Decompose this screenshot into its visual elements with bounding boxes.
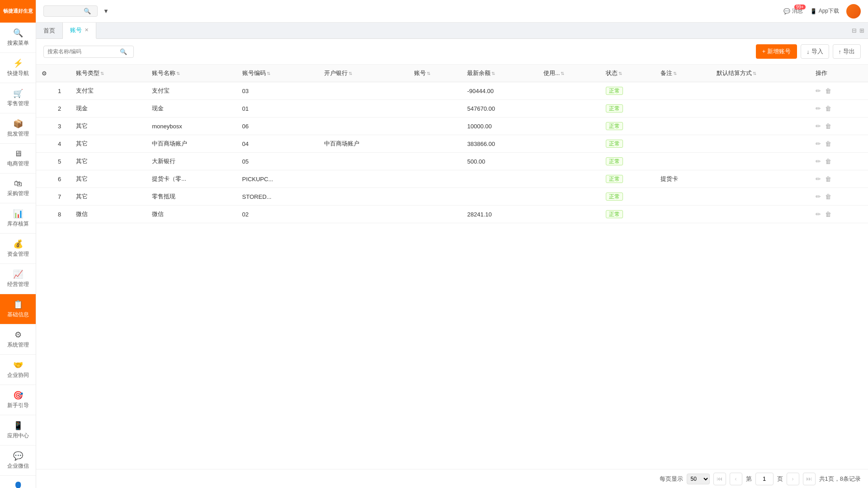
row-action: ✏ 🗑: [810, 206, 868, 223]
delete-button[interactable]: 🗑: [825, 158, 831, 165]
status-badge: 正常: [606, 122, 623, 130]
user-avatar[interactable]: [846, 4, 861, 19]
row-action: ✏ 🗑: [810, 117, 868, 135]
system-icon: ⚙: [14, 330, 22, 340]
sidebar-item-app-center[interactable]: 📱 应用中心: [0, 415, 36, 446]
last-page-button[interactable]: ⏭: [803, 473, 816, 485]
edit-button[interactable]: ✏: [816, 87, 821, 94]
delete-button[interactable]: 🗑: [825, 175, 831, 183]
per-page-label: 每页显示: [660, 475, 683, 483]
content-toolbar: 🔍 + 新增账号 ↓ 导入 ↑ 导出: [36, 39, 868, 65]
tab-minimize-icon[interactable]: ⊟: [852, 27, 857, 34]
import-button[interactable]: ↓ 导入: [801, 44, 829, 59]
edit-button[interactable]: ✏: [816, 193, 821, 200]
sidebar-item-operations[interactable]: 📈 经营管理: [0, 264, 36, 294]
col-type[interactable]: 账号类型⇅: [71, 65, 146, 82]
next-page-button[interactable]: ›: [787, 473, 799, 485]
sidebar-item-label: 企业微信: [7, 462, 29, 470]
edit-button[interactable]: ✏: [816, 211, 821, 218]
prev-page-button[interactable]: ‹: [730, 473, 742, 485]
edit-button[interactable]: ✏: [816, 105, 821, 112]
settings-icon[interactable]: ⚙: [42, 70, 47, 77]
row-settings: [36, 117, 52, 135]
delete-button[interactable]: 🗑: [825, 140, 831, 147]
col-name[interactable]: 账号名称⇅: [146, 65, 236, 82]
first-page-button[interactable]: ⏮: [713, 473, 726, 485]
row-status: 正常: [600, 82, 655, 100]
tab-accounts[interactable]: 账号 ✕: [63, 23, 96, 39]
tab-home[interactable]: 首页: [36, 23, 63, 39]
sidebar-item-label: 应用中心: [7, 432, 29, 440]
col-bank[interactable]: 开户银行⇅: [319, 65, 409, 82]
col-remark[interactable]: 备注⇅: [655, 65, 711, 82]
account-search-input[interactable]: [47, 48, 120, 55]
col-status[interactable]: 状态⇅: [600, 65, 655, 82]
row-settings: [36, 206, 52, 223]
row-remark: [655, 135, 711, 153]
tab-expand-icon[interactable]: ⊞: [859, 27, 864, 34]
sidebar-item-label: 搜索菜单: [7, 39, 29, 47]
sidebar-item-basic-info[interactable]: 📋 基础信息: [0, 294, 36, 324]
export-button[interactable]: ↑ 导出: [833, 44, 861, 59]
row-no: 3: [52, 117, 71, 135]
row-status: 正常: [600, 170, 655, 188]
row-usage: [538, 170, 601, 188]
app-center-icon: 📱: [13, 421, 23, 431]
tab-accounts-close[interactable]: ✕: [85, 27, 89, 33]
col-balance[interactable]: 最新余额⇅: [462, 65, 538, 82]
sidebar-item-inventory[interactable]: 📊 库存核算: [0, 203, 36, 234]
row-default-payment: [711, 153, 810, 170]
app-download-button[interactable]: 📱 App下载: [810, 7, 839, 15]
delete-button[interactable]: 🗑: [825, 122, 831, 130]
row-code: STORED...: [237, 188, 319, 206]
row-type: 现金: [71, 100, 146, 117]
sidebar-item-system[interactable]: ⚙ 系统管理: [0, 324, 36, 355]
row-usage: [538, 100, 601, 117]
topbar-left: 🔍 ▼: [43, 5, 109, 17]
edit-button[interactable]: ✏: [816, 175, 821, 183]
sidebar-item-purchase[interactable]: 🛍 采购管理: [0, 174, 36, 203]
topbar-search-input[interactable]: [47, 8, 84, 14]
app-download-label: App下载: [819, 7, 839, 15]
sidebar-item-member[interactable]: 👤 畅会员: [0, 476, 36, 488]
accounts-table: ⚙ 账号类型⇅ 账号名称⇅ 账号编码⇅ 开户银行⇅ 账号⇅ 最新余额⇅ 使用..…: [36, 65, 868, 223]
row-no: 2: [52, 100, 71, 117]
delete-button[interactable]: 🗑: [825, 87, 831, 94]
row-bank: [319, 206, 409, 223]
sidebar-item-search-menu[interactable]: 🔍 搜索菜单: [0, 23, 36, 53]
delete-button[interactable]: 🗑: [825, 211, 831, 218]
col-account[interactable]: 账号⇅: [409, 65, 462, 82]
sidebar-item-finance[interactable]: 💰 资金管理: [0, 234, 36, 264]
delete-button[interactable]: 🗑: [825, 105, 831, 112]
sidebar-item-quick-nav[interactable]: ⚡ 快捷导航: [0, 53, 36, 83]
page-input[interactable]: [755, 473, 774, 485]
sidebar-item-wholesale[interactable]: 📦 批发管理: [0, 113, 36, 144]
add-account-button[interactable]: + 新增账号: [756, 44, 797, 59]
sidebar-item-label: 经营管理: [7, 281, 29, 288]
message-button[interactable]: 💬 消息 99+: [783, 7, 803, 15]
sidebar-item-corp-wechat[interactable]: 💬 企业微信: [0, 446, 36, 476]
delete-button[interactable]: 🗑: [825, 193, 831, 200]
sidebar-item-agreement[interactable]: 🤝 企业协同: [0, 355, 36, 385]
sidebar-item-ecommerce[interactable]: 🖥 电商管理: [0, 144, 36, 174]
row-no: 8: [52, 206, 71, 223]
col-code[interactable]: 账号编码⇅: [237, 65, 319, 82]
topbar-dropdown[interactable]: ▼: [103, 8, 109, 14]
row-remark: 提货卡: [655, 170, 711, 188]
col-default-payment[interactable]: 默认结算方式⇅: [711, 65, 810, 82]
sidebar-item-label: 电商管理: [7, 160, 29, 168]
edit-button[interactable]: ✏: [816, 122, 821, 130]
topbar-search-box[interactable]: 🔍: [43, 5, 98, 17]
account-search-box[interactable]: 🔍: [43, 46, 134, 58]
account-search-icon[interactable]: 🔍: [120, 48, 127, 55]
sidebar-item-retail[interactable]: 🛒 零售管理: [0, 83, 36, 113]
sidebar-item-guide[interactable]: 🎯 新手引导: [0, 385, 36, 415]
row-default-payment: [711, 188, 810, 206]
edit-button[interactable]: ✏: [816, 158, 821, 165]
edit-button[interactable]: ✏: [816, 140, 821, 147]
retail-icon: 🛒: [13, 89, 23, 99]
col-usage[interactable]: 使用...⇅: [538, 65, 601, 82]
per-page-select[interactable]: 50 100 200: [687, 474, 710, 484]
row-default-payment: [711, 170, 810, 188]
row-name: 微信: [146, 206, 236, 223]
